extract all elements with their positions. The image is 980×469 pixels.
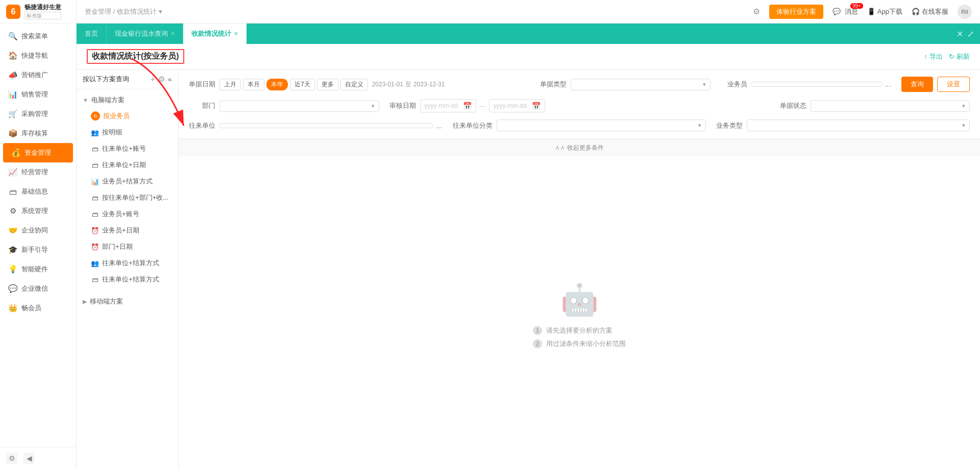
scheme-item-partner-dept[interactable]: 🗃 按往来单位+部门+收... (77, 190, 178, 206)
mobile-group-label: 移动端方案 (90, 297, 123, 306)
sidebar-item-system[interactable]: ⚙ 系统管理 (0, 201, 76, 221)
sidebar-item-search[interactable]: 🔍 搜索菜单 (0, 27, 76, 46)
export-btn[interactable]: ↑ 导出 (924, 52, 943, 61)
scheme-group-mobile-title[interactable]: ▶ 移动端方案 (77, 294, 178, 309)
calendar-to-icon[interactable]: 📅 (532, 102, 541, 110)
sidebar-item-system-label: 系统管理 (21, 206, 48, 216)
scheme-item-partner-account[interactable]: 🗃 往来单位+账号 (77, 140, 178, 157)
scheme-item-by-detail[interactable]: 👥 按明细 (77, 124, 178, 140)
gear-btn[interactable]: ⚙ (753, 7, 760, 16)
biz-type-select[interactable]: ▾ (747, 120, 970, 131)
date-btn-this-year[interactable]: 本年 (266, 79, 288, 90)
user-avatar[interactable]: Rit (958, 5, 972, 19)
export-icon: ↑ (924, 53, 928, 60)
scheme-item-partner-payment1[interactable]: 👥 往来单位+结算方式 (77, 255, 178, 271)
sidebar-item-purchase[interactable]: 🛒 采购管理 (0, 104, 76, 124)
sidebar-logo: 6 畅捷通好生意 标准版 (0, 0, 76, 24)
doctype-select[interactable]: ▾ (571, 79, 710, 90)
staff-control: ... (751, 80, 891, 89)
scheme-item-dept-date[interactable]: ⏰ 部门+日期 (77, 239, 178, 255)
app-download-btn[interactable]: 📱 App下载 (867, 7, 902, 16)
date-btn-custom[interactable]: 自定义 (340, 79, 368, 90)
filter-settings-btn[interactable]: 设置 (937, 77, 970, 92)
partner-select[interactable] (219, 123, 433, 128)
sidebar-item-smarthw[interactable]: 💡 智能硬件 (0, 260, 76, 279)
scheme-group-desktop-title[interactable]: ▼ 电脑端方案 (77, 92, 178, 108)
sidebar-item-quick-nav[interactable]: 🏠 快捷导航 (0, 46, 76, 65)
audit-date-from[interactable]: yyyy-mm-dd 📅 (420, 99, 476, 112)
tab-bank-flow[interactable]: 现金银行流水查询 × (107, 24, 183, 44)
sidebar-item-search-label: 搜索菜单 (21, 32, 48, 41)
doc-status-select[interactable]: ▾ (811, 100, 970, 112)
sidebar-item-basic[interactable]: 🗃 基础信息 (0, 182, 76, 201)
doc-status-control: ▾ (811, 100, 970, 112)
scheme-item-bydetail-label: 按明细 (102, 128, 122, 137)
sidebar-item-inventory[interactable]: 📦 库存核算 (0, 124, 76, 143)
sidebar-collapse-btn[interactable]: ◀ (23, 453, 35, 464)
partner-date-icon: 🗃 (91, 161, 99, 169)
tab-collstats-close[interactable]: × (234, 30, 238, 37)
partner-more-btn[interactable]: ... (435, 121, 442, 130)
sidebar-item-sales[interactable]: 📊 销售管理 (0, 85, 76, 104)
partner-payment1-icon: 👥 (91, 259, 99, 267)
desktop-arrow-icon: ▼ (83, 97, 88, 103)
calendar-from-icon[interactable]: 📅 (463, 102, 472, 110)
filter-doctype: 单据类型 ▾ (540, 79, 710, 90)
tip-num-2: 2 (533, 339, 542, 348)
sidebar-item-operation[interactable]: 📈 经营管理 (0, 162, 76, 182)
filter-actions: 查询 设置 (901, 77, 970, 92)
date-btn-last-month[interactable]: 上月 (219, 79, 241, 90)
trial-btn[interactable]: 体验行业方案 (769, 5, 823, 19)
date-to: 2023-12-31 (413, 81, 445, 88)
scheme-item-partner-date[interactable]: 🗃 往来单位+日期 (77, 157, 178, 173)
sidebar-item-cooperation[interactable]: 🤝 企业协同 (0, 221, 76, 240)
query-btn[interactable]: 查询 (901, 77, 933, 92)
scheme-item-by-staff[interactable]: ↻ 按业务员 (77, 108, 178, 124)
capital-icon: 💰 (11, 148, 20, 157)
mobile-arrow-icon: ▶ (83, 298, 87, 305)
dropdown-arrow-icon[interactable]: ▾ (159, 8, 162, 15)
sidebar-item-marketing[interactable]: 📣 营销推广 (0, 65, 76, 85)
date-btn-more[interactable]: 更多 (317, 79, 338, 90)
sidebar-item-wechat[interactable]: 💬 企业微信 (0, 279, 76, 298)
tab-collection-stats[interactable]: 收款情况统计 × (183, 24, 247, 44)
collapse-bar[interactable]: ∧∧ 收起更多条件 (179, 139, 980, 156)
sidebar-item-sales-label: 销售管理 (21, 90, 48, 99)
date-control: 上月 本月 本年 近7天 更多 自定义 2023-01-01 至 2023-12… (219, 79, 530, 90)
scheme-item-staff-account[interactable]: 🗃 业务员+账号 (77, 206, 178, 222)
tab-home[interactable]: 首页 (77, 24, 107, 44)
date-btn-this-month[interactable]: 本月 (243, 79, 264, 90)
scheme-item-partner-payment2[interactable]: 🗃 往来单位+结算方式 (77, 271, 178, 288)
headset-icon: 🎧 (912, 8, 920, 15)
sidebar-item-member[interactable]: 👑 畅会员 (0, 298, 76, 318)
sidebar-item-capital[interactable]: 💰 资金管理 (3, 143, 73, 162)
partner-type-select[interactable]: ▾ (497, 120, 706, 131)
scheme-item-deptdate-label: 部门+日期 (102, 242, 133, 251)
scheme-item-staffpayment-label: 业务员+结算方式 (102, 177, 153, 186)
scheme-collapse-btn[interactable]: « (168, 75, 172, 84)
scheme-settings-btn[interactable]: ⚙ (158, 75, 165, 84)
filter-partner-type: 往来单位分类 ▾ (453, 120, 706, 131)
online-service-btn[interactable]: 🎧 在线客服 (912, 7, 948, 16)
message-btn[interactable]: 💬 99+ 消息 (832, 7, 858, 16)
scheme-item-staff-date[interactable]: ⏰ 业务员+日期 (77, 222, 178, 239)
sidebar-item-guide[interactable]: 🎓 新手引导 (0, 240, 76, 260)
scheme-item-staff-payment[interactable]: 📊 业务员+结算方式 (77, 173, 178, 190)
empty-tips: 1 请先选择要分析的方案 2 用过滤条件来缩小分析范围 (533, 326, 626, 348)
scheme-add-btn[interactable]: + (151, 75, 155, 84)
scheme-header: 按以下方案查询 + ⚙ « (77, 69, 178, 89)
tab-bankflow-close[interactable]: × (171, 30, 175, 37)
staff-more-btn[interactable]: ... (885, 80, 891, 89)
sidebar-settings-btn[interactable]: ⚙ (6, 453, 17, 464)
tab-close-all-btn[interactable]: ✕ (957, 29, 963, 39)
tab-collstats-label: 收款情况统计 (191, 29, 231, 38)
audit-date-to[interactable]: yyyy-mm-dd 📅 (489, 99, 545, 112)
page-title: 收款情况统计(按业务员) (87, 49, 184, 64)
dept-select[interactable]: ▾ (219, 100, 379, 112)
refresh-btn[interactable]: ↻ 刷新 (949, 52, 970, 61)
partner-control: ... (219, 121, 443, 130)
page-header: 收款情况统计(按业务员) ↑ 导出 ↻ 刷新 (77, 44, 980, 69)
tab-maximize-btn[interactable]: ⤢ (967, 29, 974, 39)
date-btn-7days[interactable]: 近7天 (290, 79, 315, 90)
staff-select[interactable] (751, 82, 883, 87)
